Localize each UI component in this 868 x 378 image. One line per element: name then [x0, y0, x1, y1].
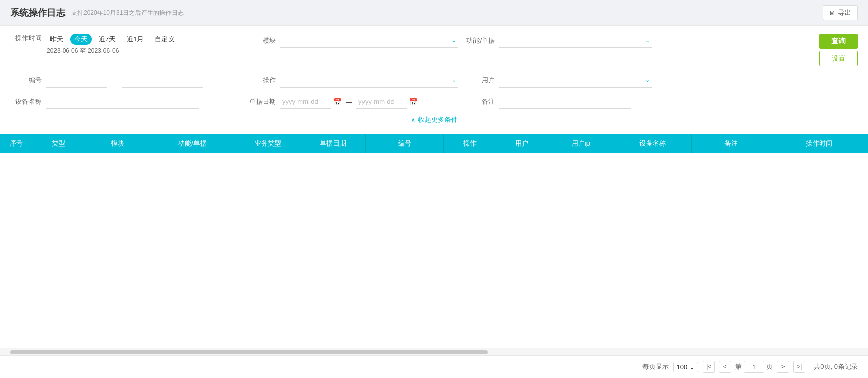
page-header: 系统操作日志 支持2020年10月31日之后产生的操作日志 🗎 导出	[0, 0, 868, 25]
module-chevron-icon: ⌄	[452, 37, 458, 44]
filter-row-2: 编号 — 操作 ⌄ 用户 ⌄	[10, 73, 858, 88]
per-page-select[interactable]: 100 ⌄	[673, 362, 699, 372]
date-to-calendar-icon[interactable]: 📅	[409, 98, 418, 106]
device-input[interactable]	[46, 95, 199, 109]
data-table: 序号 类型 模块 功能/单据 业务类型 单据日期 编号 操作 用户 用户ip 设…	[0, 134, 868, 306]
collapse-up-icon: ∧	[411, 116, 416, 124]
collapse-button[interactable]: ∧ 收起更多条件	[411, 115, 458, 124]
date-from-input[interactable]	[280, 95, 331, 109]
collapse-row: ∧ 收起更多条件	[10, 112, 858, 126]
pagination: 每页显示 100 ⌄ |< < 第 页 > >| 共0页, 0条记录	[0, 355, 868, 378]
function-select[interactable]: ⌄	[499, 34, 652, 48]
date-range-text: 2023-06-06 至 2023-06-06	[46, 47, 179, 55]
date-btn-yesterday[interactable]: 昨天	[46, 34, 67, 45]
pagination-total: 共0页, 0条记录	[814, 362, 858, 371]
operation-chevron-icon: ⌄	[452, 77, 458, 83]
per-page-value: 100	[677, 363, 688, 371]
page-subtitle: 支持2020年10月31日之后产生的操作日志	[71, 9, 184, 17]
module-select[interactable]: ⌄	[280, 34, 458, 48]
remark-label: 备注	[458, 97, 499, 106]
per-page-chevron-icon: ⌄	[689, 363, 695, 371]
title-area: 系统操作日志 支持2020年10月31日之后产生的操作日志	[10, 7, 184, 19]
number-from-input[interactable]	[46, 73, 107, 88]
user-chevron-icon: ⌄	[645, 77, 652, 83]
operation-label: 操作	[244, 76, 280, 85]
export-button[interactable]: 🗎 导出	[823, 5, 858, 20]
collapse-label: 收起更多条件	[418, 115, 458, 124]
table-container: 序号 类型 模块 功能/单据 业务类型 单据日期 编号 操作 用户 用户ip 设…	[0, 134, 868, 348]
next-page-button[interactable]: >	[777, 361, 789, 373]
page-unit: 页	[766, 362, 773, 371]
user-label: 用户	[458, 76, 499, 85]
function-chevron-icon: ⌄	[645, 37, 652, 44]
device-label: 设备名称	[10, 97, 46, 106]
first-page-button[interactable]: |<	[703, 361, 715, 373]
col-seq: 序号	[0, 134, 33, 153]
col-module: 模块	[85, 134, 150, 153]
query-button[interactable]: 查询	[819, 34, 858, 49]
query-buttons: 查询 设置	[819, 34, 858, 66]
page-container: 系统操作日志 支持2020年10月31日之后产生的操作日志 🗎 导出 操作时间 …	[0, 0, 868, 378]
number-label: 编号	[10, 76, 46, 85]
filter-row-3: 设备名称 单据日期 📅 — 📅 备注	[10, 95, 858, 109]
per-page-label: 每页显示	[642, 362, 669, 371]
filter-panel: 操作时间 昨天 今天 近7天 近1月 自定义 2023-06-06 至 2023…	[0, 25, 868, 134]
date-to-input[interactable]	[356, 95, 407, 109]
date-buttons: 昨天 今天 近7天 近1月 自定义	[46, 34, 179, 45]
settings-button[interactable]: 设置	[819, 51, 858, 66]
col-function: 功能/单据	[150, 134, 235, 153]
page-title: 系统操作日志	[10, 7, 65, 19]
last-page-button[interactable]: >|	[793, 361, 805, 373]
col-device: 设备名称	[613, 134, 692, 153]
col-operation: 操作	[444, 134, 496, 153]
date-btn-1month[interactable]: 近1月	[123, 34, 148, 45]
scrollbar-thumb	[10, 350, 488, 354]
op-time-label: 操作时间	[10, 34, 46, 43]
export-label: 导出	[838, 8, 851, 17]
col-number: 编号	[366, 134, 444, 153]
col-user: 用户	[496, 134, 548, 153]
prev-page-button[interactable]: <	[719, 361, 731, 373]
number-to-input[interactable]	[122, 73, 203, 88]
empty-cell	[0, 153, 868, 306]
date-btn-7days[interactable]: 近7天	[95, 34, 120, 45]
col-op-time: 操作时间	[770, 134, 868, 153]
date-btn-custom[interactable]: 自定义	[151, 34, 179, 45]
module-label: 模块	[244, 36, 280, 45]
date-from-calendar-icon[interactable]: 📅	[333, 98, 342, 106]
col-user-ip: 用户ip	[548, 134, 613, 153]
user-select[interactable]: ⌄	[499, 73, 652, 88]
col-type: 类型	[33, 134, 85, 153]
operation-select[interactable]: ⌄	[280, 73, 458, 88]
empty-row	[0, 153, 868, 306]
date-btn-today[interactable]: 今天	[70, 34, 92, 45]
col-voucher-date: 单据日期	[300, 134, 366, 153]
page-label: 第	[735, 362, 742, 371]
voucher-date-dash: —	[346, 98, 352, 106]
export-icon: 🗎	[829, 9, 836, 17]
filter-row-1: 操作时间 昨天 今天 近7天 近1月 自定义 2023-06-06 至 2023…	[10, 34, 858, 66]
page-info: 第 页	[735, 361, 773, 373]
table-body	[0, 153, 868, 306]
table-header: 序号 类型 模块 功能/单据 业务类型 单据日期 编号 操作 用户 用户ip 设…	[0, 134, 868, 153]
col-biz-type: 业务类型	[235, 134, 300, 153]
voucher-date-label: 单据日期	[244, 97, 280, 106]
horizontal-scrollbar[interactable]	[0, 348, 868, 355]
function-label: 功能/单据	[458, 36, 499, 45]
number-dash: —	[111, 77, 118, 84]
col-remark: 备注	[692, 134, 770, 153]
table-header-row: 序号 类型 模块 功能/单据 业务类型 单据日期 编号 操作 用户 用户ip 设…	[0, 134, 868, 153]
date-filter-group: 昨天 今天 近7天 近1月 自定义 2023-06-06 至 2023-06-0…	[46, 34, 179, 55]
page-input[interactable]	[744, 361, 764, 373]
remark-input[interactable]	[499, 95, 631, 109]
